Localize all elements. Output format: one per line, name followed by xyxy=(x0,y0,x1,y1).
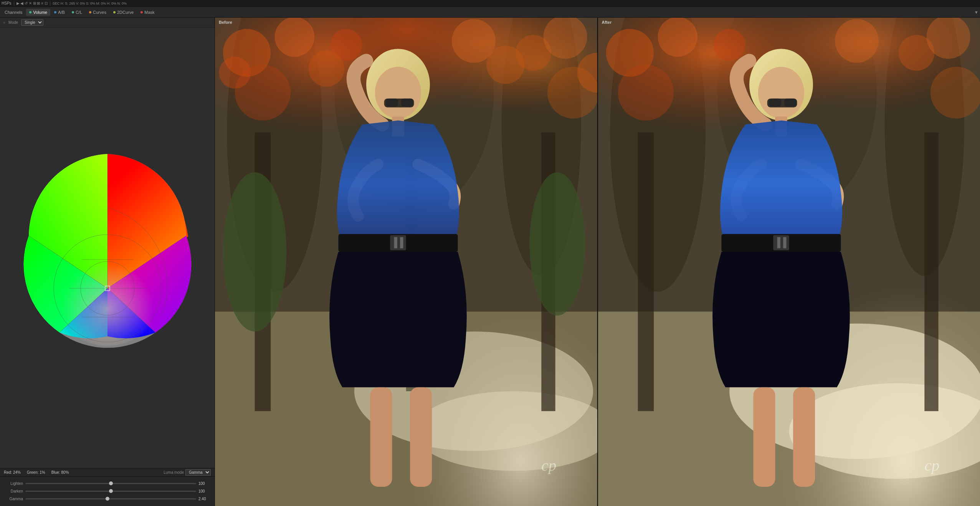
green-label: Green: xyxy=(27,470,39,475)
tab-cl-label: C/L xyxy=(76,10,82,15)
lighten-thumb[interactable] xyxy=(109,481,113,485)
tab-2dcurve-label: 2DCurve xyxy=(117,10,134,15)
preview-area: Before xyxy=(215,18,980,506)
tab-volume-dot xyxy=(29,11,31,13)
svg-text:cp: cp xyxy=(541,456,556,474)
svg-rect-66 xyxy=(638,132,653,411)
luma-select[interactable]: Gamma Linear sRGB xyxy=(185,469,211,476)
svg-point-33 xyxy=(223,172,287,332)
tab-collapse-icon[interactable]: ▼ xyxy=(974,10,978,15)
mode-bar: ○ Mode Single Dual Multi xyxy=(0,18,215,28)
tab-ab-dot xyxy=(54,11,56,13)
lighten-row: Lighten 100 xyxy=(5,480,210,487)
blue-value: 80% xyxy=(61,470,69,475)
svg-text:cp: cp xyxy=(924,456,939,474)
gamma-row: Gamma 2.40 xyxy=(5,495,210,502)
blue-label: Blue: xyxy=(51,470,60,475)
svg-rect-38 xyxy=(386,99,398,107)
tab-2dcurve-dot xyxy=(113,11,116,13)
red-label: Red: xyxy=(4,470,12,475)
before-photo-svg: cp xyxy=(215,18,597,506)
mode-select[interactable]: Single Dual Multi xyxy=(21,19,43,26)
darken-track[interactable] xyxy=(25,491,196,492)
tab-curves-dot xyxy=(89,11,91,13)
svg-rect-44 xyxy=(400,237,403,248)
lighten-track[interactable] xyxy=(25,483,196,484)
svg-rect-46 xyxy=(410,387,432,487)
svg-rect-72 xyxy=(784,99,796,107)
toolbar-hsps: HSPs xyxy=(2,1,12,5)
svg-rect-43 xyxy=(394,237,397,248)
svg-rect-42 xyxy=(390,235,406,250)
svg-point-36 xyxy=(375,67,421,119)
tab-2dcurve[interactable]: 2DCurve xyxy=(110,9,137,16)
tab-curves-label: Curves xyxy=(93,10,106,15)
tab-mask-label: Mask xyxy=(144,10,154,15)
gamma-label: Gamma xyxy=(5,497,23,501)
top-toolbar: HSPs ▶ ◀ ↺ ✕ ⊞ ⊠ ≡ ⊡ SEC H: S: 265 V: 0%… xyxy=(0,0,980,7)
mode-label: Mode xyxy=(8,20,18,25)
tab-bar: Channels Volume A/B C/L Curves 2DCurve M… xyxy=(0,7,980,18)
darken-row: Darken 100 xyxy=(5,488,210,494)
tab-mask[interactable]: Mask xyxy=(137,9,157,16)
after-label: After xyxy=(602,20,612,25)
tab-mask-dot xyxy=(140,11,143,13)
svg-rect-75 xyxy=(773,235,789,250)
green-value: 1% xyxy=(40,470,45,475)
red-value: 24% xyxy=(13,470,21,475)
color-wheel-area[interactable] xyxy=(0,28,215,468)
after-photo-svg: cp xyxy=(598,18,980,506)
toolbar-icons: ▶ ◀ ↺ ✕ ⊞ ⊠ ≡ ⊡ xyxy=(17,1,48,5)
before-image: cp xyxy=(215,18,597,506)
tab-volume-label: Volume xyxy=(33,10,47,15)
svg-rect-76 xyxy=(777,237,780,248)
svg-rect-45 xyxy=(370,387,392,487)
toolbar-sec-h: SEC H: S: 265 V: 0% S: 0% M: 0% H: 0% N:… xyxy=(53,2,127,5)
tab-bar-right: ▼ xyxy=(974,10,978,15)
bottom-info: Red: 24% Green: 1% Blue: 80% Luma mode G… xyxy=(0,468,215,476)
before-panel: Before xyxy=(215,18,597,506)
tab-cl-dot xyxy=(72,11,74,13)
svg-rect-79 xyxy=(793,387,815,487)
left-panel: ○ Mode Single Dual Multi xyxy=(0,18,215,506)
tab-ab[interactable]: A/B xyxy=(51,9,68,16)
darken-thumb[interactable] xyxy=(109,489,113,493)
sliders-panel: Lighten 100 Darken 100 Gamma 2. xyxy=(0,476,215,506)
tab-ab-label: A/B xyxy=(58,10,65,15)
luma-label: Luma mode xyxy=(164,470,184,475)
after-panel: After xyxy=(598,18,980,506)
svg-rect-67 xyxy=(924,132,938,411)
tab-channels-label: Channels xyxy=(5,10,22,15)
toolbar-separator-2 xyxy=(50,1,50,6)
svg-point-34 xyxy=(529,172,585,316)
darken-label: Darken xyxy=(5,489,23,493)
red-info: Red: 24% xyxy=(4,470,21,475)
svg-rect-39 xyxy=(401,99,413,107)
tab-cl[interactable]: C/L xyxy=(69,9,85,16)
svg-point-69 xyxy=(758,67,804,119)
tab-volume[interactable]: Volume xyxy=(26,9,50,16)
blue-info: Blue: 80% xyxy=(51,470,69,475)
tab-channels[interactable]: Channels xyxy=(2,9,25,16)
before-label: Before xyxy=(219,20,232,25)
mode-radio[interactable]: ○ xyxy=(3,20,5,25)
gamma-thumb[interactable] xyxy=(106,497,109,501)
gamma-track[interactable] xyxy=(25,498,196,499)
toolbar-separator xyxy=(14,1,14,6)
svg-rect-78 xyxy=(753,387,775,487)
gamma-value: 2.40 xyxy=(198,497,210,501)
main-content: ○ Mode Single Dual Multi xyxy=(0,18,980,506)
lighten-label: Lighten xyxy=(5,481,23,486)
luma-mode: Luma mode Gamma Linear sRGB xyxy=(164,469,211,476)
after-image: cp xyxy=(598,18,980,506)
lighten-value: 100 xyxy=(198,481,210,486)
darken-value: 100 xyxy=(198,489,210,493)
green-info: Green: 1% xyxy=(27,470,45,475)
color-wheel-svg xyxy=(12,144,203,352)
tab-curves[interactable]: Curves xyxy=(86,9,109,16)
svg-rect-71 xyxy=(769,99,781,107)
svg-rect-77 xyxy=(783,237,786,248)
